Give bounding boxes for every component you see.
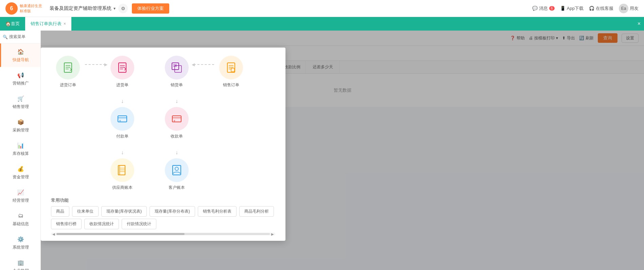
flow-row-1: 进货订单 ▶ [51, 56, 275, 88]
svg-point-29 [175, 167, 178, 170]
sidebar-item-label-basic: 基础信息 [13, 221, 29, 227]
purchase-icon: 📦 [17, 118, 25, 126]
flow-node-supplier-ledger[interactable]: 供应商账本 [105, 158, 139, 191]
sales-bill-icon [165, 56, 189, 79]
tab-sales-order-label: 销售订单执行表 [31, 21, 62, 27]
sidebar-item-label-system: 系统管理 [13, 245, 29, 250]
supplier-ledger-label: 供应商账本 [112, 185, 133, 191]
system-dropdown-btn[interactable]: ▾ [114, 6, 116, 11]
tab-sales-order[interactable]: 销售订单执行表 × [25, 17, 71, 31]
sidebar-item-label-enterprise: 企业协同 [13, 268, 29, 270]
svg-rect-23 [118, 165, 125, 175]
app-download-label: App下载 [567, 5, 584, 12]
content-area: ❓ 帮助 🖨 按模板打印 ▾ ⬆ 导出 🔄 刷新 查询 设置 📅 — [41, 31, 644, 270]
svg-text:¥: ¥ [119, 119, 121, 122]
func-buttons-row1: 商品 往来单位 现存量(库存状况表) 现存量(库存分布表) 销售毛利分析表 商品… [51, 206, 275, 217]
flow-node-sales-order[interactable]: 销售订单 [214, 56, 248, 88]
sidebar-item-system[interactable]: ⚙️ 系统管理 [0, 231, 40, 254]
trial-button[interactable]: 体验行业方案 [132, 3, 169, 14]
popup-scrollbar[interactable]: ◀ ▶ [51, 233, 275, 235]
inventory-icon: 📊 [17, 141, 25, 149]
tab-bar-close-all[interactable]: × [638, 21, 641, 27]
top-bar: 6 畅康通好生意 标准版 装备及固定资产辅助管理系统 ▾ ⚙ 体验行业方案 💬 … [0, 0, 644, 17]
v-arrow-supplier: ↓ [105, 149, 139, 156]
sidebar: 🔍 搜索菜单 🏠 快捷导航 📢 营销推广 🛒 销售管理 📦 采购管理 📊 库存核… [0, 31, 41, 270]
flow-node-receipt[interactable]: ¥ 收款单 [160, 107, 194, 139]
logo-text: 畅康通好生意 标准版 [20, 3, 42, 13]
func-btn-payment-stats[interactable]: 付款情况统计 [122, 219, 156, 229]
gear-icon[interactable]: ⚙ [118, 4, 128, 13]
sidebar-item-business[interactable]: 📈 经营管理 [0, 184, 40, 208]
func-btn-goods-profit[interactable]: 商品毛利分析 [239, 206, 274, 217]
flow-node-purchase-bill[interactable]: 进货单 [105, 56, 139, 88]
payment-label: 付款单 [116, 133, 128, 139]
search-icon: 🔍 [3, 35, 8, 39]
logo-icon: 6 [5, 2, 18, 15]
purchase-bill-icon [110, 56, 134, 79]
customer-ledger-label: 客户账本 [169, 185, 185, 191]
flow-node-payment[interactable]: ¥ 付款单 [105, 107, 139, 139]
sales-bill-label: 销货单 [171, 82, 183, 88]
supplier-ledger-icon [110, 158, 134, 182]
scroll-right-arrow[interactable]: ▶ [270, 232, 275, 236]
main-layout: 🔍 搜索菜单 🏠 快捷导航 📢 营销推广 🛒 销售管理 📦 采购管理 📊 库存核… [0, 31, 644, 270]
sales-icon: 🛒 [17, 94, 25, 103]
sidebar-item-enterprise[interactable]: 🏢 企业协同 [0, 254, 40, 270]
customer-ledger-icon [165, 158, 189, 182]
scrollbar-track[interactable] [56, 233, 270, 235]
func-btn-partners[interactable]: 往来单位 [72, 206, 99, 217]
sidebar-item-label-inventory: 库存核算 [13, 151, 29, 157]
flow-node-customer-ledger[interactable]: 客户账本 [160, 158, 194, 191]
func-btn-stock-status[interactable]: 现存量(库存状况表) [101, 206, 147, 217]
down-arrow-supplier: ↓ [121, 149, 124, 155]
receipt-label: 收款单 [171, 133, 183, 139]
phone-icon: 📱 [560, 6, 565, 11]
online-service-item[interactable]: 🎧 在线客服 [589, 5, 613, 12]
system-title-area: 装备及固定资产辅助管理系统 ▾ ⚙ 体验行业方案 [50, 3, 532, 14]
svg-rect-9 [175, 66, 181, 72]
flow-node-sales-bill[interactable]: 销货单 [160, 56, 194, 88]
func-buttons-row2: 销售排行榜 收款情况统计 付款情况统计 [51, 219, 275, 229]
down-arrow-customer: ↓ [175, 149, 178, 155]
quick-nav-icon: 🏠 [17, 48, 25, 56]
v-arrows-row: ↓ ↓ [51, 98, 275, 104]
sidebar-item-marketing[interactable]: 📢 营销推广 [0, 67, 40, 90]
scrollbar-thumb[interactable] [56, 233, 185, 235]
common-func-title: 常用功能 [51, 197, 275, 203]
sidebar-item-label-marketing: 营销推广 [13, 80, 29, 86]
v-arrow-receipt: ↓ [160, 98, 194, 104]
arrow-h-2: ◀ [194, 64, 214, 65]
svg-rect-4 [119, 63, 126, 72]
finance-icon: 💰 [17, 165, 25, 173]
user-name: 用友 [630, 5, 639, 12]
v-arrows-row3: ↓ ↓ [51, 149, 275, 156]
down-arrow-receipt: ↓ [175, 98, 178, 104]
tab-close-icon[interactable]: × [64, 21, 66, 26]
sidebar-item-label-sales: 销售管理 [13, 104, 29, 110]
func-btn-sales-rank[interactable]: 销售排行榜 [51, 219, 82, 229]
sidebar-item-basic[interactable]: 🗂 基础信息 [0, 208, 40, 231]
func-btn-goods[interactable]: 商品 [51, 206, 69, 217]
scroll-left-arrow[interactable]: ◀ [51, 232, 56, 236]
func-btn-sales-profit[interactable]: 销售毛利分析表 [198, 206, 237, 217]
common-functions: 常用功能 商品 往来单位 现存量(库存状况表) 现存量(库存分布表) 销售毛利分… [51, 197, 275, 229]
sidebar-item-inventory[interactable]: 📊 库存核算 [0, 137, 40, 161]
sidebar-item-label-quick-nav: 快捷导航 [13, 57, 29, 63]
sidebar-item-finance[interactable]: 💰 资金管理 [0, 161, 40, 184]
arrow-h-1: ▶ [85, 64, 105, 65]
v-arr-sp3 [139, 149, 160, 156]
flow-row-3: 供应商账本 客户账本 [51, 158, 275, 191]
message-item[interactable]: 💬 消息 6 [532, 5, 555, 12]
user-item[interactable]: Ea 用友 [619, 4, 639, 13]
sidebar-item-purchase[interactable]: 📦 采购管理 [0, 114, 40, 137]
sidebar-item-label-business: 经营管理 [13, 198, 29, 203]
sidebar-item-quick-nav[interactable]: 🏠 快捷导航 [0, 43, 40, 67]
flow-node-purchase-order[interactable]: 进货订单 [51, 56, 85, 88]
app-download-item[interactable]: 📱 App下载 [560, 5, 584, 12]
func-btn-stock-dist[interactable]: 现存量(库存分布表) [150, 206, 195, 217]
sidebar-item-sales[interactable]: 🛒 销售管理 [0, 90, 40, 114]
tab-home[interactable]: 🏠 首页 [0, 17, 25, 31]
business-icon: 📈 [17, 188, 25, 196]
func-btn-receipt-stats[interactable]: 收款情况统计 [84, 219, 119, 229]
sidebar-search[interactable]: 🔍 搜索菜单 [0, 31, 40, 43]
